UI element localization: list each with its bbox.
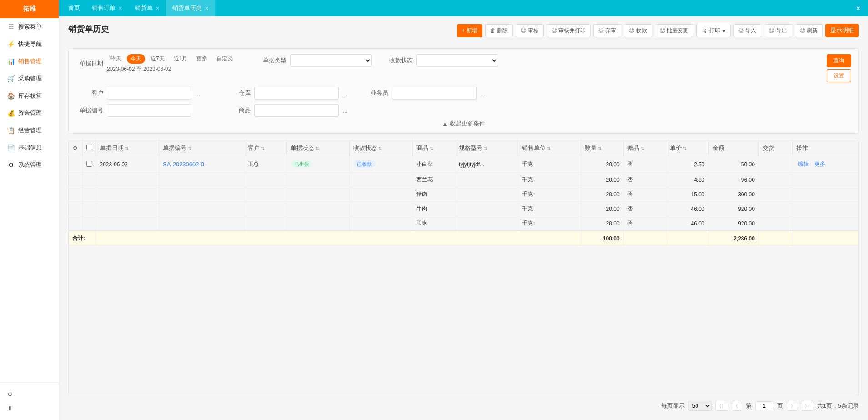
date-tag-7days[interactable]: 近7天 — [147, 54, 168, 64]
page-prev-button[interactable]: ⟨ — [732, 401, 742, 411]
filter-date-label: 单据日期 — [76, 60, 103, 68]
cell-doc-no-1[interactable] — [159, 173, 244, 187]
filter-customer-input[interactable] — [107, 87, 191, 100]
page-input[interactable] — [755, 401, 773, 410]
cell-doc-no-3[interactable] — [159, 202, 244, 216]
sidebar-item-sales-mgmt[interactable]: 📊 销售管理 — [0, 53, 59, 70]
inventory-calc-icon: 🏠 — [7, 92, 15, 100]
sort-customer-icon[interactable]: ⇅ — [261, 146, 265, 151]
sidebar-bottom-pause[interactable]: ⏸ — [0, 401, 59, 415]
cell-doc-no-4[interactable] — [159, 216, 244, 231]
sort-payment-status-icon[interactable]: ⇅ — [378, 146, 382, 151]
sidebar-item-funds-mgmt[interactable]: 💰 资金管理 — [0, 105, 59, 122]
sort-doc-status-icon[interactable]: ⇅ — [316, 146, 319, 151]
batch-change-button[interactable]: ◎ 批量变更 — [655, 24, 693, 37]
nav-sales-history-tab[interactable]: 销货单历史 ✕ — [166, 0, 215, 16]
filter-doc-no-input[interactable] — [107, 104, 191, 117]
cell-doc-no-0[interactable]: SA-20230602-0 — [159, 156, 244, 173]
more-action-0[interactable]: 更多 — [813, 160, 827, 169]
sidebar-item-purchase-mgmt[interactable]: 🛒 采购管理 — [0, 70, 59, 87]
cell-checkbox-1[interactable] — [82, 173, 96, 187]
cell-product-4: 玉米 — [412, 216, 455, 231]
cell-amount-4: 920.00 — [708, 216, 758, 231]
filter-product-dots[interactable]: ... — [342, 107, 348, 114]
sidebar-bottom-settings[interactable]: ⚙ — [0, 387, 59, 401]
filter-settings-button[interactable]: 设置 — [827, 69, 851, 82]
cell-doc-no-2[interactable] — [159, 187, 244, 202]
nav-sales-delivery-tab[interactable]: 销货单 ✕ — [129, 0, 166, 16]
abandon-button[interactable]: ◎ 弃审 — [593, 24, 621, 37]
table-row: 玉米 千克 20.00 否 46.00 920.00 — [69, 216, 858, 231]
cell-checkbox-2[interactable] — [82, 187, 96, 202]
th-checkbox[interactable] — [82, 140, 96, 156]
query-button[interactable]: 查询 — [827, 54, 851, 67]
page-title: 销货单历史 — [68, 24, 109, 35]
sort-product-icon[interactable]: ⇅ — [430, 146, 433, 151]
import-button[interactable]: ◎ 导入 — [733, 24, 761, 37]
sort-spec-type-icon[interactable]: ⇅ — [484, 146, 487, 151]
date-tag-1month[interactable]: 近1月 — [170, 54, 191, 64]
page-next-button[interactable]: ⟩ — [787, 401, 797, 411]
filter-product-input[interactable] — [254, 104, 339, 117]
refresh-button[interactable]: ◎ 刷新 — [795, 24, 823, 37]
sidebar-item-ops-mgmt[interactable]: 📋 经营管理 — [0, 122, 59, 139]
print-button[interactable]: 🖨 打印 ▾ — [696, 24, 731, 37]
date-tag-more[interactable]: 更多 — [193, 54, 211, 64]
footer-total-quantity: 100.00 — [581, 231, 623, 246]
nav-home-tab[interactable]: 首页 — [63, 4, 85, 12]
new-button[interactable]: + 新增 — [457, 24, 482, 37]
doc-no-link-0[interactable]: SA-20230602-0 — [163, 161, 204, 168]
nav-sales-history-close-icon[interactable]: ✕ — [205, 5, 209, 11]
cell-doc-status-1 — [286, 173, 350, 187]
filter-doc-type-select[interactable] — [290, 54, 372, 67]
filter-salesperson-input[interactable] — [392, 87, 477, 100]
page-first-button[interactable]: ⟨⟨ — [715, 401, 728, 411]
nav-sales-order-close-icon[interactable]: ✕ — [118, 5, 122, 11]
edit-action-0[interactable]: 编辑 — [796, 160, 811, 169]
th-settings[interactable]: ⚙ — [69, 140, 82, 156]
cell-checkbox-3[interactable] — [82, 202, 96, 216]
sys-mgmt-icon: ⚙ — [7, 161, 15, 169]
sidebar-bottom: ⚙ ⏸ — [0, 382, 59, 420]
page-size-select[interactable]: 50 20 100 — [688, 401, 712, 411]
sort-doc-no-icon[interactable]: ⇅ — [188, 146, 191, 151]
filter-salesperson-dots[interactable]: ... — [480, 90, 486, 97]
date-tag-today[interactable]: 今天 — [127, 54, 145, 64]
select-all-checkbox[interactable] — [86, 145, 92, 150]
date-tag-yesterday[interactable]: 昨天 — [107, 54, 125, 64]
sort-gift-icon[interactable]: ⇅ — [641, 146, 644, 151]
sort-sales-unit-icon[interactable]: ⇅ — [547, 146, 551, 151]
sort-unit-price-icon[interactable]: ⇅ — [683, 146, 687, 151]
sidebar-item-inventory-calc[interactable]: 🏠 库存核算 — [0, 87, 59, 105]
footer-empty4 — [758, 231, 792, 246]
cell-checkbox-4[interactable] — [82, 216, 96, 231]
close-all-button[interactable]: ✕ — [856, 5, 861, 12]
filter-payment-status-select[interactable] — [416, 54, 498, 67]
row-checkbox-0[interactable] — [86, 161, 92, 167]
cell-payment-status-1 — [350, 173, 413, 187]
sidebar-item-basic-info[interactable]: 📄 基础信息 — [0, 139, 59, 156]
ops-mgmt-icon: 📋 — [7, 127, 15, 134]
collect-button[interactable]: ◎ 收款 — [624, 24, 652, 37]
date-tag-custom[interactable]: 自定义 — [213, 54, 236, 64]
delete-button[interactable]: 🗑 删除 — [485, 24, 513, 37]
sidebar-item-quick-nav[interactable]: ⚡ 快捷导航 — [0, 35, 59, 53]
show-detail-button[interactable]: 显示明细 — [825, 24, 859, 37]
audit-print-button[interactable]: ◎ 审核并打印 — [547, 24, 591, 37]
filter-warehouse-input[interactable] — [254, 87, 339, 100]
sidebar-item-sys-mgmt[interactable]: ⚙ 系统管理 — [0, 156, 59, 174]
sort-doc-date-icon[interactable]: ⇅ — [125, 146, 129, 151]
filter-warehouse-dots[interactable]: ... — [342, 90, 348, 97]
page-last-button[interactable]: ⟩⟩ — [801, 401, 813, 411]
export-button[interactable]: ◎ 导出 — [764, 24, 792, 37]
nav-sales-order-tab[interactable]: 销售订单 ✕ — [85, 0, 129, 16]
table-row: 猪肉 千克 20.00 否 15.00 300.00 — [69, 187, 858, 202]
filter-customer-dots[interactable]: ... — [195, 90, 201, 97]
sort-quantity-icon[interactable]: ⇅ — [598, 146, 602, 151]
cell-checkbox-0[interactable] — [82, 156, 96, 173]
sidebar-item-purchase-mgmt-label: 采购管理 — [18, 75, 42, 83]
sidebar-item-search-menu[interactable]: ☰ 搜索菜单 — [0, 18, 59, 35]
nav-sales-delivery-close-icon[interactable]: ✕ — [156, 5, 160, 11]
audit-button[interactable]: ◎ 审核 — [516, 24, 543, 37]
collapse-button[interactable]: ▲ 收起更多条件 — [76, 120, 851, 128]
